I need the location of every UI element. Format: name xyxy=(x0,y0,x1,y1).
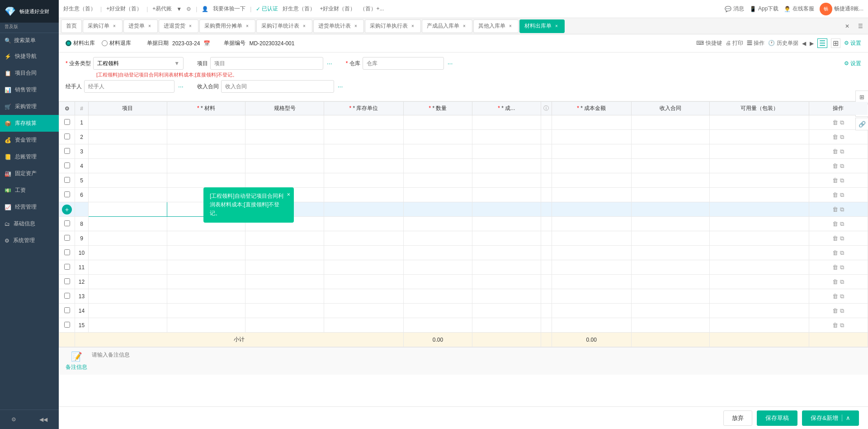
copy-row-btn[interactable]: ⧉ xyxy=(840,235,844,242)
topbar-link-6[interactable]: （首）+... xyxy=(360,5,384,13)
row-checkbox[interactable] xyxy=(59,130,75,144)
topbar-link-4[interactable]: 好生意（首） xyxy=(283,5,315,13)
row-qty[interactable] xyxy=(403,115,472,130)
delete-row-btn[interactable]: 🗑 xyxy=(832,220,838,228)
tab-product-in[interactable]: 产成品入库单 × xyxy=(422,19,472,33)
handler-input[interactable] xyxy=(84,80,175,93)
delete-row-btn[interactable]: 🗑 xyxy=(832,322,838,329)
delete-row-btn[interactable]: 🗑 xyxy=(832,206,838,213)
copy-row-btn[interactable]: ⧉ xyxy=(840,119,844,126)
row-unit[interactable] xyxy=(324,115,404,130)
sidebar-item-inventory[interactable]: 📦 库存核算 xyxy=(0,115,59,132)
warehouse-more-btn[interactable]: ··· xyxy=(448,60,453,67)
nav-next-btn[interactable]: ▶ xyxy=(810,40,814,47)
delete-row-btn[interactable]: 🗑 xyxy=(832,235,838,242)
copy-row-btn[interactable]: ⧉ xyxy=(840,249,844,257)
tab-purchase-exec[interactable]: 采购订单执行表 × xyxy=(365,19,421,33)
search-menu[interactable]: 🔍 搜索菜单 xyxy=(0,33,59,48)
quick-key-btn[interactable]: ⌨ 快捷键 xyxy=(696,39,722,47)
copy-row-btn[interactable]: ⧉ xyxy=(840,133,844,141)
row-project[interactable] xyxy=(89,115,167,130)
tab-close-icon[interactable]: × xyxy=(187,23,193,29)
row-cost-amount[interactable] xyxy=(552,115,631,130)
delete-row-btn[interactable]: 🗑 xyxy=(832,307,838,315)
delete-row-btn[interactable]: 🗑 xyxy=(832,278,838,286)
sidebar-settings-btn[interactable]: ⚙ xyxy=(9,414,19,425)
topbar-link-2[interactable]: +好业财（首） xyxy=(106,5,142,13)
history-btn[interactable]: 🕐 历史单据 xyxy=(768,39,798,47)
tab-close-icon[interactable]: × xyxy=(507,23,514,29)
tab-purchase-fee[interactable]: 采购费用分摊单 × xyxy=(199,19,255,33)
copy-row-btn[interactable]: ⧉ xyxy=(840,206,844,213)
tab-close-all-btn[interactable]: ✕ xyxy=(842,21,853,32)
topbar-link-5[interactable]: +好业财（首） xyxy=(320,5,355,13)
print-btn[interactable]: 🖨 打印 xyxy=(726,39,743,47)
tab-purchase-order[interactable]: 采购订单 × xyxy=(83,19,123,33)
message-btn[interactable]: 💬 消息 xyxy=(725,5,744,13)
tab-purchase-stat[interactable]: 采购订单统计表 × xyxy=(256,19,312,33)
col-header-settings[interactable]: ⚙ xyxy=(59,102,75,115)
online-service-btn[interactable]: 👨‍💼 在线客服 xyxy=(784,5,814,13)
delete-row-btn[interactable]: 🗑 xyxy=(832,177,838,184)
tab-other-in[interactable]: 其他入库单 × xyxy=(473,19,519,33)
topbar-more-btn[interactable]: ▼ xyxy=(176,6,182,12)
tab-close-icon[interactable]: × xyxy=(301,23,307,29)
view-list-btn[interactable]: ☰ xyxy=(817,38,827,48)
copy-row-btn[interactable]: ⧉ xyxy=(840,177,844,184)
tab-home[interactable]: 首页 xyxy=(61,19,82,33)
topbar-link-1[interactable]: 好生意（首） xyxy=(63,5,96,13)
tooltip-close-btn[interactable]: × xyxy=(287,190,290,200)
copy-row-btn[interactable]: ⧉ xyxy=(840,307,844,315)
remark-icon-btn[interactable]: 📝 备注信息 xyxy=(66,351,87,371)
sidebar-collapse-btn[interactable]: ◀◀ xyxy=(37,414,50,425)
topbar-link-3[interactable]: +易代账 xyxy=(152,5,172,13)
tab-close-icon[interactable]: × xyxy=(461,23,467,29)
delete-row-btn[interactable]: 🗑 xyxy=(832,119,838,126)
delete-row-btn[interactable]: 🗑 xyxy=(832,191,838,199)
tab-material-out[interactable]: 材料出库单 × xyxy=(519,19,565,33)
sidebar-item-assets[interactable]: 🏭 固定资产 xyxy=(0,165,59,182)
sidebar-item-sales[interactable]: 📊 销售管理 xyxy=(0,81,59,98)
sidebar-item-system[interactable]: ⚙ 系统管理 xyxy=(0,232,59,249)
sidebar-item-project[interactable]: 📋 项目合同 xyxy=(0,65,59,81)
row-cost[interactable] xyxy=(472,115,541,130)
app-download-btn[interactable]: 📱 App下载 xyxy=(750,5,778,13)
warehouse-input[interactable] xyxy=(363,57,444,70)
handler-more-btn[interactable]: ··· xyxy=(178,83,184,90)
delete-row-btn[interactable]: 🗑 xyxy=(832,249,838,257)
sidebar-item-purchase[interactable]: 🛒 采购管理 xyxy=(0,98,59,115)
tab-close-icon[interactable]: × xyxy=(410,23,416,29)
calendar-icon[interactable]: 📅 xyxy=(203,40,210,47)
radio-material-return[interactable]: 材料退库 xyxy=(102,39,131,47)
topbar-experience-label[interactable]: 我要体验一下 xyxy=(213,5,245,13)
copy-row-btn[interactable]: ⧉ xyxy=(840,322,844,329)
tab-in-stat[interactable]: 进货单统计表 × xyxy=(313,19,364,33)
income-contract-more-btn[interactable]: ··· xyxy=(338,83,343,90)
copy-row-btn[interactable]: ⧉ xyxy=(840,264,844,271)
user-profile-btn[interactable]: 畅 畅捷通8账... xyxy=(820,3,863,15)
project-more-btn[interactable]: ··· xyxy=(327,60,332,67)
tab-close-icon[interactable]: × xyxy=(244,23,250,29)
delete-row-btn[interactable]: 🗑 xyxy=(832,148,838,155)
operation-btn[interactable]: ☰ 操作 xyxy=(747,39,764,47)
topbar-settings-icon[interactable]: ⚙ xyxy=(186,6,191,12)
sidebar-item-basic[interactable]: 🗂 基础信息 xyxy=(0,215,59,232)
delete-row-btn[interactable]: 🗑 xyxy=(832,133,838,141)
view-grid-btn[interactable]: ⊞ xyxy=(831,38,840,48)
sidebar-item-finance[interactable]: 💰 资金管理 xyxy=(0,132,59,148)
copy-row-btn[interactable]: ⧉ xyxy=(840,191,844,199)
copy-row-btn[interactable]: ⧉ xyxy=(840,278,844,286)
tab-active-close-icon[interactable]: × xyxy=(553,23,560,29)
right-panel-link-btn[interactable]: 🔗 xyxy=(855,118,868,130)
column-settings-icon[interactable]: ⚙ xyxy=(65,105,70,112)
delete-row-btn[interactable]: 🗑 xyxy=(832,264,838,271)
sidebar-item-accounting[interactable]: 📒 总账管理 xyxy=(0,148,59,165)
sidebar-item-ops[interactable]: 📈 经营管理 xyxy=(0,199,59,215)
copy-row-btn[interactable]: ⧉ xyxy=(840,220,844,228)
tab-purchase-return[interactable]: 进退货货 × xyxy=(159,19,198,33)
tab-close-icon[interactable]: × xyxy=(353,23,359,29)
remark-textarea[interactable] xyxy=(92,351,861,369)
save-new-arrow-icon[interactable]: ∧ xyxy=(842,415,850,421)
radio-material-out[interactable]: 材料出库 xyxy=(66,39,95,47)
row-checkbox[interactable] xyxy=(59,115,75,130)
